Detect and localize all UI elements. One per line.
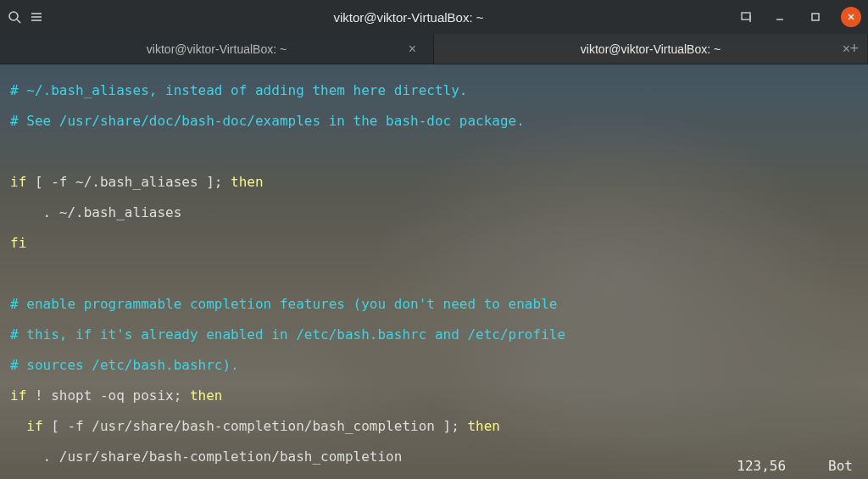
tab-bar: viktor@viktor-VirtualBox: ~ × viktor@vik… [0, 34, 868, 64]
comment: # ~/.bash_aliases, instead of adding the… [10, 82, 467, 98]
comment: # sources /etc/bash.bashrc). [10, 357, 239, 373]
status-bar: 123,56 Bot [737, 459, 853, 474]
comment: # enable programmable completion feature… [10, 296, 557, 312]
tab-add-icon[interactable]: + [849, 40, 859, 58]
condition: [ -f ~/.bash_aliases ]; [26, 174, 231, 190]
keyword-then: then [467, 418, 500, 434]
window-title: viktor@viktor-VirtualBox: ~ [115, 10, 702, 25]
titlebar: viktor@viktor-VirtualBox: ~ [0, 0, 868, 34]
source-cmd: . ~/.bash_aliases [10, 204, 181, 220]
svg-line-1 [17, 19, 20, 23]
source-cmd: . /usr/share/bash-completion/bash_comple… [10, 448, 402, 465]
comment: # this, if it's already enabled in /etc/… [10, 326, 565, 343]
keyword-then: then [231, 174, 264, 190]
condition: ! shopt -oq posix; [26, 387, 190, 404]
editor-viewport[interactable]: # ~/.bash_aliases, instead of adding the… [0, 64, 868, 479]
keyword-if: if [10, 174, 26, 190]
tab-label: viktor@viktor-VirtualBox: ~ [147, 42, 287, 56]
tab-label: viktor@viktor-VirtualBox: ~ [581, 42, 721, 56]
close-button[interactable] [841, 7, 861, 27]
svg-point-0 [9, 12, 18, 20]
condition: [ -f /usr/share/bash-completion/bash_com… [43, 418, 468, 434]
new-tab-icon[interactable] [739, 9, 754, 25]
tab-1[interactable]: viktor@viktor-VirtualBox: ~ × [0, 34, 434, 64]
svg-rect-5 [742, 13, 750, 19]
keyword-fi: fi [10, 235, 26, 251]
comment: # See /usr/share/doc/bash-doc/examples i… [10, 113, 525, 129]
terminal-window: viktor@viktor-VirtualBox: ~ viktor@vikto… [0, 0, 868, 479]
minimize-button[interactable] [770, 7, 790, 27]
keyword-then: then [190, 387, 223, 404]
search-icon[interactable] [7, 9, 22, 25]
maximize-button[interactable] [805, 7, 826, 27]
keyword-if: if [10, 387, 26, 404]
menu-icon[interactable] [29, 9, 44, 25]
tab-close-icon[interactable]: × [409, 42, 416, 57]
scroll-location: Bot [828, 459, 853, 474]
svg-rect-11 [812, 14, 819, 20]
tab-2[interactable]: viktor@viktor-VirtualBox: ~ × + [434, 34, 868, 64]
keyword-if: if [26, 418, 42, 434]
cursor-position: 123,56 [737, 459, 786, 474]
